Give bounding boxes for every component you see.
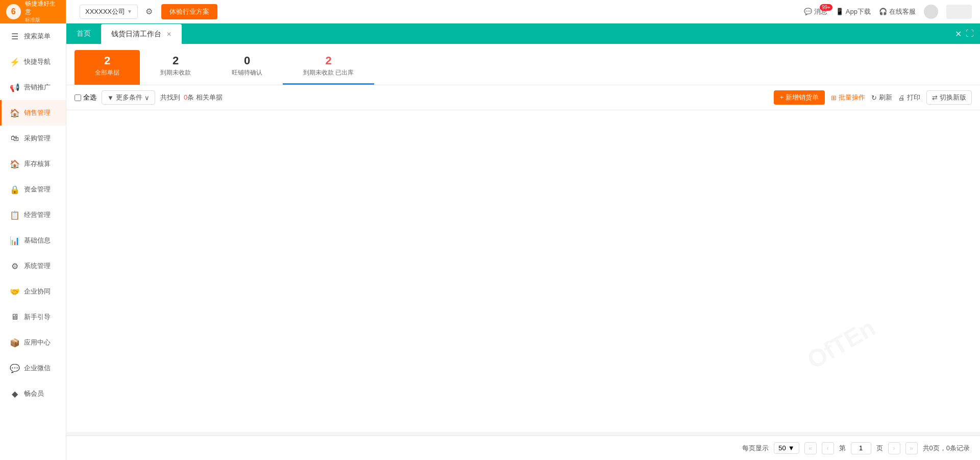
filter-label: 更多条件 — [116, 93, 142, 102]
app-edition: 标准版 — [25, 16, 60, 23]
switch-label: 切换新版 — [940, 93, 966, 102]
sidebar-logo: 6 畅捷通好生意 标准版 — [0, 0, 66, 23]
toolbar-left: 全选 ▼ 更多条件 ∨ 共找到 0条 相关单据 — [75, 90, 223, 105]
sidebar-item-inventory[interactable]: 🏠 库存核算 — [0, 151, 66, 177]
company-selector[interactable]: XXXXXX公司 ▼ — [80, 5, 138, 19]
user-name-area[interactable] — [946, 5, 972, 19]
message-button[interactable]: 💬 消息 99+ — [804, 7, 827, 16]
stats-tab-overdue[interactable]: 2 到期未收款 — [140, 50, 211, 85]
prev-page-button[interactable]: ‹ — [822, 442, 834, 454]
member-icon: ◆ — [10, 389, 20, 399]
sidebar-item-label: 基础信息 — [24, 236, 51, 245]
tab-maximize-icon[interactable]: ⛶ — [966, 29, 974, 38]
sidebar-item-label: 采购管理 — [24, 134, 51, 143]
message-icon: 💬 — [804, 8, 812, 15]
tab-bar-actions: ✕ ⛶ — [955, 29, 980, 39]
sidebar-item-finance[interactable]: 🔒 资金管理 — [0, 177, 66, 202]
sidebar-item-wechat[interactable]: 💬 企业微信 — [0, 355, 66, 381]
sidebar-item-system[interactable]: ⚙ 系统管理 — [0, 253, 66, 279]
count-suffix: 相关单据 — [196, 93, 223, 101]
sidebar-item-purchase[interactable]: 🛍 采购管理 — [0, 126, 66, 151]
table-area — [66, 110, 980, 432]
sidebar-item-label: 经营管理 — [24, 210, 51, 220]
company-name: XXXXXX公司 — [85, 7, 125, 16]
refresh-button[interactable]: ↻ 刷新 — [871, 93, 892, 102]
main-content: 2 全部单据 2 到期未收款 0 旺铺待确认 2 到期未收款 已出库 全选 ▼ … — [66, 44, 980, 460]
app-download-icon: 📱 — [836, 8, 844, 15]
switch-icon: ⇄ — [932, 94, 938, 102]
page-size-select[interactable]: 50 ▼ — [774, 442, 799, 454]
user-avatar[interactable] — [924, 5, 938, 19]
print-button[interactable]: 🖨 打印 — [898, 93, 920, 102]
filter-button[interactable]: ▼ 更多条件 ∨ — [102, 90, 155, 105]
stats-tab-shipped[interactable]: 2 到期未收款 已出库 — [283, 50, 374, 85]
app-download-button[interactable]: 📱 App下载 — [836, 7, 871, 16]
switch-version-button[interactable]: ⇄ 切换新版 — [926, 90, 972, 105]
stats-tab-shipped-label: 到期未收款 已出库 — [303, 68, 354, 77]
inventory-icon: 🏠 — [10, 159, 20, 169]
settings-button[interactable]: ⚙ — [142, 5, 156, 19]
print-icon: 🖨 — [898, 94, 905, 102]
company-dropdown-arrow: ▼ — [127, 9, 132, 14]
trial-button[interactable]: 体验行业方案 — [161, 4, 217, 19]
stats-tab-overdue-number: 2 — [173, 54, 179, 67]
pagination-bar: 每页显示 50 ▼ « ‹ 第 1 页 › » 共0页，0条记录 — [66, 435, 980, 460]
next-page-button[interactable]: › — [888, 442, 900, 454]
sidebar-item-guide[interactable]: 🖥 新手引导 — [0, 304, 66, 330]
sidebar: 6 畅捷通好生意 标准版 ☰ 搜索菜单 ⚡ 快捷导航 📢 营销推广 🏠 销售管理… — [0, 0, 66, 460]
sidebar-item-marketing[interactable]: 📢 营销推广 — [0, 75, 66, 100]
online-service-button[interactable]: 🎧 在线客服 — [879, 7, 916, 16]
online-service-label: 在线客服 — [889, 7, 916, 16]
marketing-icon: 📢 — [10, 83, 20, 92]
print-label: 打印 — [907, 93, 920, 102]
last-page-button[interactable]: » — [905, 442, 918, 454]
toolbar: 全选 ▼ 更多条件 ∨ 共找到 0条 相关单据 + 新增销货单 ⊞ 批量操作 ↻… — [66, 85, 980, 110]
select-all-checkbox[interactable]: 全选 — [75, 93, 96, 102]
sidebar-item-search[interactable]: ☰ 搜索菜单 — [0, 23, 66, 49]
search-menu-icon: ☰ — [10, 32, 20, 41]
tab-bar: 首页 钱货日清工作台 ✕ ✕ ⛶ — [66, 23, 980, 44]
basic-icon: 📊 — [10, 236, 20, 246]
wechat-icon: 💬 — [10, 364, 20, 373]
sidebar-item-sales[interactable]: 🏠 销售管理 — [0, 100, 66, 126]
sidebar-item-label: 系统管理 — [24, 261, 51, 271]
purchase-icon: 🛍 — [10, 134, 20, 143]
app-download-label: App下载 — [846, 7, 871, 16]
select-all-input[interactable] — [75, 94, 81, 101]
add-sale-order-button[interactable]: + 新增销货单 — [774, 90, 825, 105]
sidebar-item-appstore[interactable]: 📦 应用中心 — [0, 330, 66, 355]
stats-tab-pending-number: 0 — [244, 54, 250, 67]
sidebar-item-member[interactable]: ◆ 畅会员 — [0, 381, 66, 406]
first-page-button[interactable]: « — [804, 442, 817, 454]
tab-home[interactable]: 首页 — [66, 23, 101, 44]
sidebar-item-quick-nav[interactable]: ⚡ 快捷导航 — [0, 49, 66, 75]
stats-tab-shipped-number: 2 — [326, 54, 332, 67]
appstore-icon: 📦 — [10, 338, 20, 348]
finance-icon: 🔒 — [10, 185, 20, 195]
stats-tab-all[interactable]: 2 全部单据 — [75, 50, 140, 85]
sidebar-item-cooperation[interactable]: 🤝 企业协同 — [0, 279, 66, 304]
sidebar-item-label: 营销推广 — [24, 83, 51, 92]
operations-icon: 📋 — [10, 210, 20, 220]
sidebar-item-basic[interactable]: 📊 基础信息 — [0, 228, 66, 253]
stats-tab-pending[interactable]: 0 旺铺待确认 — [211, 50, 283, 85]
sidebar-item-label: 资金管理 — [24, 185, 51, 194]
batch-operation-button[interactable]: ⊞ 批量操作 — [831, 93, 865, 102]
sales-icon: 🏠 — [10, 108, 20, 118]
online-service-icon: 🎧 — [879, 8, 887, 15]
page-number-input[interactable]: 1 — [851, 442, 871, 454]
sidebar-item-operations[interactable]: 📋 经营管理 — [0, 202, 66, 228]
sidebar-item-label: 畅会员 — [24, 389, 44, 398]
sidebar-nav: ☰ 搜索菜单 ⚡ 快捷导航 📢 营销推广 🏠 销售管理 🛍 采购管理 🏠 库存核… — [0, 23, 66, 460]
cooperation-icon: 🤝 — [10, 287, 20, 297]
page-size-arrow-icon: ▼ — [788, 444, 795, 452]
app-logo-icon: 6 — [6, 4, 21, 19]
sidebar-item-label: 库存核算 — [24, 159, 51, 168]
tab-minimize-icon[interactable]: ✕ — [955, 29, 962, 39]
system-icon: ⚙ — [10, 261, 20, 271]
page-suffix-label: 页 — [876, 444, 883, 453]
page-size-label: 每页显示 — [742, 444, 769, 453]
tab-cashflow[interactable]: 钱货日清工作台 ✕ — [101, 24, 182, 44]
sidebar-item-label: 新手引导 — [24, 312, 51, 322]
tab-close-icon[interactable]: ✕ — [166, 31, 172, 38]
